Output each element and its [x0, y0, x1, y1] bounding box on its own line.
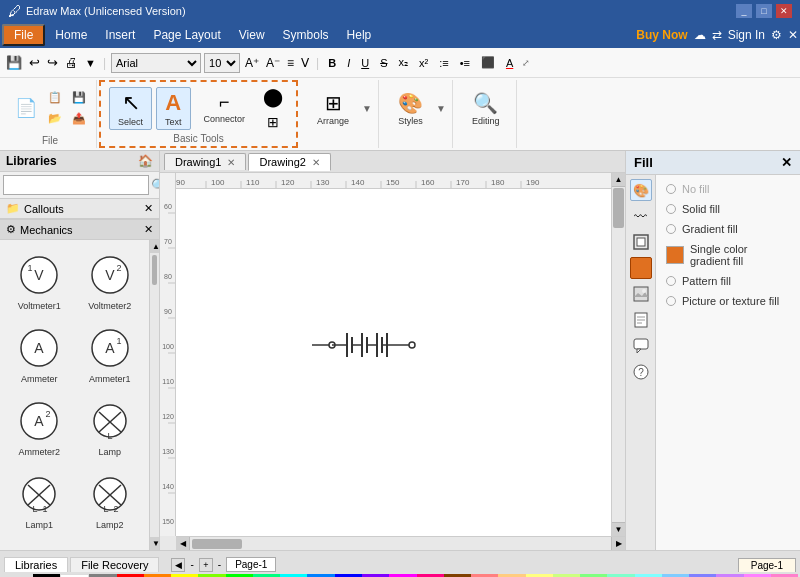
shape-resistor1[interactable]	[6, 538, 73, 550]
numbering-btn[interactable]: :≡	[435, 54, 452, 72]
menu-insert[interactable]: Insert	[97, 26, 143, 44]
active-page-tab[interactable]: Page-1	[738, 558, 796, 572]
sidebar-search-input[interactable]	[3, 175, 149, 195]
gear-icon[interactable]: ⚙	[771, 28, 782, 42]
page-prev-btn[interactable]: ◀	[171, 558, 185, 572]
page-1-tab[interactable]: Page-1	[226, 557, 276, 572]
editing-btn[interactable]: 🔍 Editing	[461, 88, 511, 129]
fill-frame-btn[interactable]	[630, 231, 652, 253]
shape-resistor2[interactable]	[77, 538, 144, 550]
shape-lamp[interactable]: L Lamp	[77, 392, 144, 461]
menu-home[interactable]: Home	[47, 26, 95, 44]
sidebar-scrollbar[interactable]: ▲ ▼	[149, 240, 159, 550]
fill-solid-option[interactable]: Solid fill	[664, 201, 792, 217]
fill-pattern-option[interactable]: Pattern fill	[664, 273, 792, 289]
canvas-with-ruler[interactable]: 90 100 110 120 130 140 150	[160, 173, 611, 536]
tab-close-drawing1[interactable]: ✕	[227, 157, 235, 168]
tab-close-drawing2[interactable]: ✕	[312, 157, 320, 168]
redo-icon[interactable]: ↪	[45, 54, 60, 71]
fill-image-btn[interactable]	[630, 283, 652, 305]
strikethrough-btn[interactable]: S	[376, 54, 391, 72]
fill-no-fill-option[interactable]: No fill	[664, 181, 792, 197]
connector-tool-btn[interactable]: ⌐ Connector	[195, 89, 255, 127]
styles-btn[interactable]: 🎨 Styles	[387, 88, 434, 129]
highlight-btn[interactable]: ⬛	[477, 53, 499, 72]
page-add-btn[interactable]: +	[199, 558, 213, 572]
fill-chat-btn[interactable]	[630, 335, 652, 357]
shape-ammeter2[interactable]: A 2 Ammeter2	[6, 392, 73, 461]
canvas-hscroll[interactable]: ◀ ▶	[176, 536, 625, 550]
vscroll-up-btn[interactable]: ▲	[612, 173, 625, 187]
shape-voltmeter2[interactable]: V 2 Voltmeter2	[77, 246, 144, 315]
hscroll-right-btn[interactable]: ▶	[611, 537, 625, 551]
export-btn[interactable]: 📤	[68, 109, 90, 128]
canvas-drawing-area[interactable]	[176, 189, 611, 536]
window-controls[interactable]: _ □ ✕	[736, 4, 792, 18]
file-save-btn[interactable]: 📄	[10, 96, 42, 120]
canvas-tab-drawing1[interactable]: Drawing1 ✕	[164, 153, 246, 170]
buy-now-link[interactable]: Buy Now	[636, 28, 687, 42]
maximize-btn[interactable]: □	[756, 4, 772, 18]
quick-save-icon[interactable]: 💾	[4, 54, 24, 71]
font-size-decrease-btn[interactable]: A⁻	[264, 55, 282, 71]
underline-btn[interactable]: U	[357, 54, 373, 72]
shape-ammeter[interactable]: A Ammeter	[6, 319, 73, 388]
bottom-tab-file-recovery[interactable]: File Recovery	[70, 557, 159, 572]
shape-lamp2[interactable]: L 2 Lamp2	[77, 465, 144, 534]
menu-symbols[interactable]: Symbols	[275, 26, 337, 44]
minimize-btn[interactable]: _	[736, 4, 752, 18]
font-color-btn[interactable]: A	[502, 54, 517, 72]
fill-single-gradient-option[interactable]: Single color gradient fill	[664, 241, 792, 269]
menu-page-layout[interactable]: Page Layout	[145, 26, 228, 44]
canvas-vscroll[interactable]: ▲ ▼	[611, 173, 625, 536]
oval-tool-btn[interactable]: ⬤	[258, 84, 288, 110]
vscroll-down-btn[interactable]: ▼	[612, 522, 625, 536]
open-btn[interactable]: 📂	[44, 109, 66, 128]
shape-ammeter1[interactable]: A 1 Ammeter1	[77, 319, 144, 388]
file-menu[interactable]: File	[2, 24, 45, 46]
arrange-btn[interactable]: ⊞ Arrange	[306, 88, 360, 129]
bold-btn[interactable]: B	[324, 54, 340, 72]
superscript-btn[interactable]: x²	[415, 54, 432, 72]
fill-gradient-option[interactable]: Gradient fill	[664, 221, 792, 237]
shape-lamp1[interactable]: L 1 Lamp1	[6, 465, 73, 534]
fill-line-btn[interactable]: 〰	[630, 205, 652, 227]
menu-view[interactable]: View	[231, 26, 273, 44]
color-picker-icon[interactable]: Ⅴ	[299, 55, 311, 71]
sidebar-mechanics-section[interactable]: ⚙ Mechanics ✕	[0, 219, 159, 240]
bottom-tab-libraries[interactable]: Libraries	[4, 557, 68, 572]
italic-btn[interactable]: I	[343, 54, 354, 72]
save-btn[interactable]: 💾	[68, 88, 90, 107]
settings-icon[interactable]: ▼	[83, 56, 98, 70]
shape-voltmeter1[interactable]: V 1 Voltmeter1	[6, 246, 73, 315]
sidebar-callouts-section[interactable]: 📁 Callouts ✕	[0, 198, 159, 219]
fill-doc-btn[interactable]	[630, 309, 652, 331]
font-size-select[interactable]: 10 12 14 16	[204, 53, 240, 73]
scroll-down-btn[interactable]: ▼	[150, 537, 159, 550]
font-size-increase-btn[interactable]: A⁺	[243, 55, 261, 71]
text-tool-btn[interactable]: A Text	[156, 87, 191, 130]
new-btn[interactable]: 📋	[44, 88, 66, 107]
canvas-tab-drawing2[interactable]: Drawing2 ✕	[248, 153, 330, 171]
search-icon[interactable]: 🔍	[151, 178, 160, 193]
mechanics-close-icon[interactable]: ✕	[144, 223, 153, 236]
fill-picture-option[interactable]: Picture or texture fill	[664, 293, 792, 309]
fill-orange-btn[interactable]	[630, 257, 652, 279]
print-icon[interactable]: 🖨	[63, 54, 80, 71]
subscript-btn[interactable]: x₂	[395, 53, 413, 72]
menu-help[interactable]: Help	[339, 26, 380, 44]
scroll-up-btn[interactable]: ▲	[150, 240, 159, 253]
sign-in-link[interactable]: Sign In	[728, 28, 765, 42]
font-family-select[interactable]: Arial Times New Roman Calibri	[111, 53, 201, 73]
fill-close-icon[interactable]: ✕	[781, 155, 792, 170]
close-btn[interactable]: ✕	[776, 4, 792, 18]
fill-help-btn[interactable]: ?	[630, 361, 652, 383]
sidebar-home-icon[interactable]: 🏠	[138, 154, 153, 168]
bullets-btn[interactable]: •≡	[456, 54, 474, 72]
fill-paint-btn[interactable]: 🎨	[630, 179, 652, 201]
paragraph-icon[interactable]: ≡	[285, 55, 296, 71]
callouts-close-icon[interactable]: ✕	[144, 202, 153, 215]
hscroll-left-btn[interactable]: ◀	[176, 537, 190, 551]
undo-icon[interactable]: ↩	[27, 54, 42, 71]
cross-tool-btn[interactable]: ⊞	[258, 112, 288, 132]
